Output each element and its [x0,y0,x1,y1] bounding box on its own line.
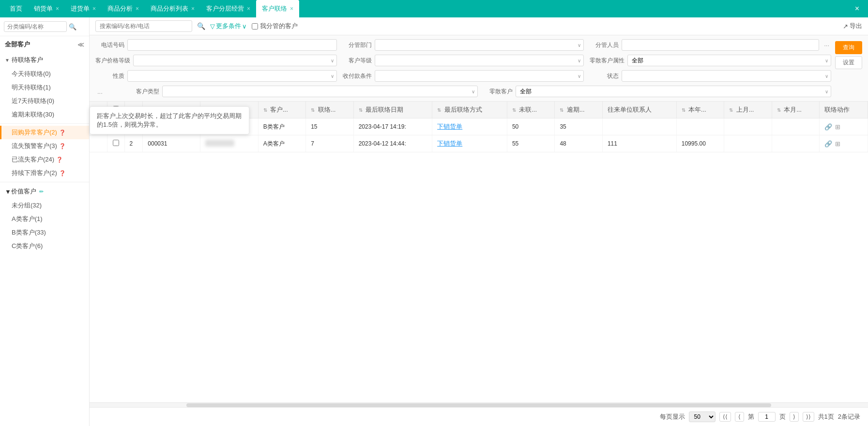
sidebar-collapse-icon[interactable]: ≪ [77,41,84,48]
filter-bar: 🔍 ▽ 更多条件 ∨ 我分管的客户 ↗ 导出 [90,17,868,35]
th-this-year[interactable]: ⇅ 本年... [676,102,724,118]
sort-icon-this-month: ⇅ [777,107,781,113]
window-close-button[interactable]: × [850,4,864,13]
phone-input[interactable] [127,39,337,51]
manager-input[interactable] [622,39,819,51]
nav-close-sales-order[interactable]: × [56,5,59,12]
row2-link-icon[interactable]: 🔗 [824,140,832,147]
nav-close-purchase-order[interactable]: × [92,5,96,12]
status-input[interactable] [622,70,831,82]
sidebar-search-icon[interactable]: 🔍 [69,23,76,30]
sidebar-item-overdue-pending[interactable]: 逾期未联络(30) [0,108,89,121]
nav-close-customer-tiering[interactable]: × [247,5,250,12]
price-grade-select-wrapper: ∨ [133,55,337,66]
th-customer-grade[interactable]: ⇅ 客户... [258,102,306,118]
row4-more-dots[interactable]: ... [95,88,105,95]
row2-last-contact-method[interactable]: 下销货单 [432,135,507,152]
sidebar-item-7days-pending[interactable]: 近7天待联络(0) [0,94,89,108]
more-conditions-button[interactable]: ▽ 更多条件 ∨ [210,22,247,30]
filter-field-retail-attr: 零散客户属性 ∨ [590,55,831,66]
nav-close-customer-contact[interactable]: × [290,5,293,12]
sidebar-all-customers[interactable]: 全部客户 ≪ [0,36,89,53]
advanced-filter: 电话号码 分管部门 ∨ 分管人员 [90,35,868,102]
row1-last-contact-method[interactable]: 下销货单 [432,118,507,135]
export-button[interactable]: ↗ 导出 [843,22,862,30]
sidebar-search-input[interactable] [4,21,67,32]
first-page-button[interactable]: ⟨⟨ [719,412,731,422]
row1-grid-icon[interactable]: ⊞ [835,123,840,131]
nav-product-analysis-list[interactable]: 商品分析列表 × [145,0,200,17]
th-last-contact-date[interactable]: ⇅ 最后联络日期 [353,102,432,118]
page-number-input[interactable] [758,412,776,422]
last-page-button[interactable]: ⟩⟩ [803,412,814,422]
retail-attr-input[interactable] [627,55,831,66]
next-page-button[interactable]: ⟩ [790,412,799,422]
th-this-month[interactable]: ⇅ 本月... [772,102,820,118]
sidebar-item-a-class[interactable]: A类客户(1) [0,212,89,226]
payment-label: 收付款条件 [343,72,372,80]
nav-customer-tiering[interactable]: 客户分层经营 × [200,0,256,17]
th-last-contact-method[interactable]: ⇅ 最后联络方式 [432,102,507,118]
query-button[interactable]: 查询 [835,41,862,54]
row1-unit-contact [602,118,676,135]
row2-grid-icon[interactable]: ⊞ [835,140,840,147]
gender-select-wrapper: ∨ [127,70,337,82]
th-overdue[interactable]: ⇅ 逾期... [555,102,603,118]
sidebar-item-c-class[interactable]: C类客户(6) [0,239,89,253]
sidebar-item-tomorrow-pending[interactable]: 明天待联络(1) [0,81,89,94]
th-last-month[interactable]: ⇅ 上月... [724,102,772,118]
prev-page-button[interactable]: ⟨ [735,412,744,422]
filter-icon: ▽ [210,23,215,30]
my-customer-checkbox[interactable] [252,23,258,29]
sidebar-item-unclassified[interactable]: 未分组(32) [0,199,89,212]
row1-link-icon[interactable]: 🔗 [824,123,832,131]
my-customer-checkbox-label[interactable]: 我分管的客户 [252,22,298,30]
sidebar-item-today-pending[interactable]: 今天待联络(0) [0,67,89,81]
row2-checkbox[interactable] [107,135,124,152]
search-button[interactable]: 🔍 [197,22,205,30]
value-customers-edit-icon[interactable]: ✏ [39,189,44,195]
customer-type-input[interactable] [162,86,478,97]
manager-label: 分管人员 [590,41,619,49]
already-lost-info-icon: ❓ [56,157,63,163]
sidebar-item-declining[interactable]: 持续下滑客户(2) ❓ [0,166,89,180]
sidebar-pending-contact[interactable]: ▼ 待联络客户 [0,53,89,67]
filter-field-price-grade: 客户价格等级 ∨ [95,55,337,66]
page-size-select[interactable]: 50 20 100 [689,411,716,422]
nav-customer-contact[interactable]: 客户联络 × [256,0,299,17]
row1-method-link[interactable]: 下销货单 [437,123,462,130]
customer-grade-input[interactable] [375,55,584,66]
retail-customer-label: 零散客户 [484,88,513,96]
th-contact[interactable]: ⇅ 联络... [306,102,354,118]
sidebar-item-repurchase-abnormal[interactable]: 回购异常客户(2) ❓ [0,126,89,139]
price-grade-input[interactable] [133,55,337,66]
row2-select-checkbox[interactable] [113,140,119,146]
nav-purchase-order[interactable]: 进货单 × [65,0,102,17]
manager-more-dots[interactable]: ··· [822,42,831,49]
row2-this-year: 10995.00 [676,135,724,152]
horizontal-scrollbar[interactable] [90,402,868,407]
per-page-label: 每页显示 [660,412,685,421]
scrollbar-thumb[interactable] [186,403,771,407]
retail-customer-input[interactable] [516,86,831,97]
sidebar-item-b-class[interactable]: B类客户(33) [0,226,89,239]
gender-input[interactable] [127,70,337,82]
filter-field-retail-customer: 零散客户 ∨ [484,86,831,97]
nav-close-product-analysis[interactable]: × [136,5,139,12]
nav-sales-order[interactable]: 销货单 × [28,0,65,17]
settings-button[interactable]: 设置 [835,56,862,69]
sort-icon-this-year: ⇅ [682,107,685,113]
sidebar-item-lost-warning[interactable]: 流失预警客户(3) ❓ [0,139,89,153]
nav-home[interactable]: 首页 [4,0,28,17]
nav-product-analysis[interactable]: 商品分析 × [102,0,145,17]
sidebar-item-already-lost[interactable]: 已流失客户(24) ❓ [0,153,89,166]
sidebar-divider-2 [0,182,89,182]
th-not-contact[interactable]: ⇅ 未联... [507,102,555,118]
sidebar-value-customers-group[interactable]: ▼ 价值客户 ✏ [0,184,89,199]
nav-close-product-analysis-list[interactable]: × [191,5,195,12]
payment-input[interactable] [375,70,584,82]
dept-input[interactable] [375,39,584,51]
row2-method-link[interactable]: 下销货单 [437,140,462,147]
th-unit-contact[interactable]: 往来单位联系人 [602,102,676,118]
search-input[interactable] [95,20,192,32]
